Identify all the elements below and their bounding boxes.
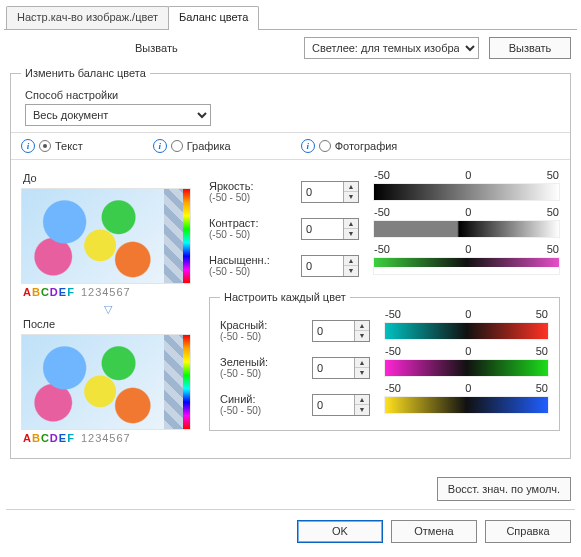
cat-photo-label: Фотография	[335, 140, 398, 152]
preview-after	[21, 334, 191, 430]
preset-combo[interactable]: Светлее: для темных изображ	[304, 37, 479, 59]
spin-down-icon[interactable]: ▼	[344, 192, 358, 202]
red-bar[interactable]: -50050	[384, 322, 549, 340]
contrast-bar[interactable]: -50050	[373, 220, 560, 238]
method-label: Способ настройки	[25, 89, 560, 101]
group-title: Изменить баланс цвета	[21, 67, 150, 79]
help-button[interactable]: Справка	[485, 520, 571, 543]
green-spinner[interactable]: ▲▼	[312, 357, 370, 379]
radio-graphic[interactable]	[171, 140, 183, 152]
call-button[interactable]: Вызвать	[489, 37, 571, 59]
info-icon[interactable]: i	[301, 139, 315, 153]
tab-strip: Настр.кач-во изображ./цвет Баланс цвета	[6, 6, 581, 30]
category-row: i Текст i Графика i Фотография	[11, 132, 570, 160]
adjust-title: Настроить каждый цвет	[220, 291, 350, 303]
spin-up-icon[interactable]: ▲	[355, 395, 369, 405]
tab-quality-color[interactable]: Настр.кач-во изображ./цвет	[6, 6, 169, 30]
sliders-column: Яркость:(-50 - 50) ▲▼ -50050 Контраст:(-…	[209, 170, 560, 448]
saturation-label: Насыщенн.:	[209, 254, 295, 266]
spin-up-icon[interactable]: ▲	[344, 182, 358, 192]
color-balance-group: Изменить баланс цвета Способ настройки В…	[10, 67, 571, 459]
spin-down-icon[interactable]: ▼	[355, 405, 369, 415]
radio-photo[interactable]	[319, 140, 331, 152]
call-label: Вызвать	[135, 42, 178, 54]
green-bar[interactable]: -50050	[384, 359, 549, 377]
spin-down-icon[interactable]: ▼	[344, 266, 358, 276]
spin-up-icon[interactable]: ▲	[344, 256, 358, 266]
spin-down-icon[interactable]: ▼	[355, 331, 369, 341]
brightness-spinner[interactable]: ▲▼	[301, 181, 359, 203]
spin-down-icon[interactable]: ▼	[344, 229, 358, 239]
brightness-bar[interactable]: -50050	[373, 183, 560, 201]
spin-up-icon[interactable]: ▲	[355, 321, 369, 331]
preview-column: До ABCDEF1234567 ▽ После ABCDEF1234567	[21, 170, 195, 448]
contrast-spinner[interactable]: ▲▼	[301, 218, 359, 240]
after-label: После	[23, 318, 195, 330]
arrow-down-icon: ▽	[21, 303, 195, 316]
dialog-button-row: OK Отмена Справка	[0, 510, 581, 543]
info-icon[interactable]: i	[21, 139, 35, 153]
info-icon[interactable]: i	[153, 139, 167, 153]
red-label: Красный:	[220, 319, 306, 331]
brightness-label: Яркость:	[209, 180, 295, 192]
blue-label: Синий:	[220, 393, 306, 405]
radio-text[interactable]	[39, 140, 51, 152]
adjust-each-color-group: Настроить каждый цвет Красный:(-50 - 50)…	[209, 291, 560, 431]
cat-graphic-label: Графика	[187, 140, 231, 152]
ok-button[interactable]: OK	[297, 520, 383, 543]
top-bar: Вызвать Светлее: для темных изображ Вызв…	[0, 31, 581, 67]
blue-bar[interactable]: -50050	[384, 396, 549, 414]
saturation-spinner[interactable]: ▲▼	[301, 255, 359, 277]
spin-up-icon[interactable]: ▲	[355, 358, 369, 368]
method-combo[interactable]: Весь документ	[25, 104, 211, 126]
before-label: До	[23, 172, 195, 184]
spin-up-icon[interactable]: ▲	[344, 219, 358, 229]
preview-before	[21, 188, 191, 284]
contrast-label: Контраст:	[209, 217, 295, 229]
spin-down-icon[interactable]: ▼	[355, 368, 369, 378]
blue-spinner[interactable]: ▲▼	[312, 394, 370, 416]
restore-defaults-button[interactable]: Восст. знач. по умолч.	[437, 477, 571, 501]
saturation-bar[interactable]: -50050	[373, 257, 560, 275]
red-spinner[interactable]: ▲▼	[312, 320, 370, 342]
green-label: Зеленый:	[220, 356, 306, 368]
cat-text-label: Текст	[55, 140, 83, 152]
tab-color-balance[interactable]: Баланс цвета	[168, 6, 259, 30]
cancel-button[interactable]: Отмена	[391, 520, 477, 543]
